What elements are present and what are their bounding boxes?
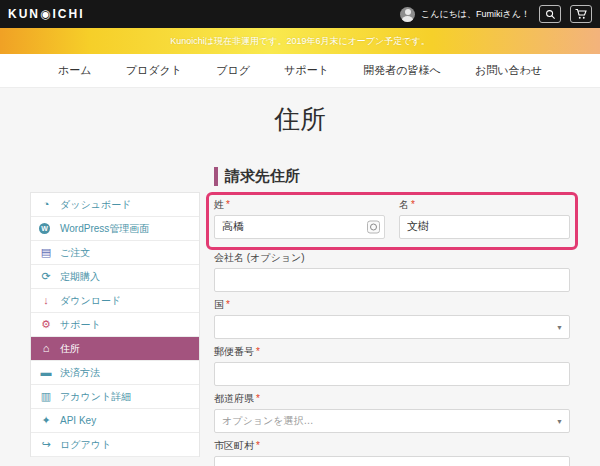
sidebar-item-wp-admin[interactable]: W WordPress管理画面 xyxy=(31,217,199,241)
chevron-down-icon: ▼ xyxy=(556,417,563,424)
sidebar-item-label: ダッシュボード xyxy=(60,198,131,212)
sidebar-item-subscriptions[interactable]: ⟳ 定期購入 xyxy=(31,265,199,289)
last-name-input[interactable] xyxy=(214,215,385,239)
notice-banner: Kunoichiは現在非運用です。2019年6月末にオープン予定です。 xyxy=(0,28,600,54)
state-field-group: 都道府県* オプションを選択… ▼ xyxy=(214,392,570,433)
address-icon: ⌂ xyxy=(39,343,53,354)
company-label: 会社名 (オプション) xyxy=(214,251,570,265)
company-field-group: 会社名 (オプション) xyxy=(214,251,570,292)
required-mark: * xyxy=(411,199,415,210)
country-field-group: 国* ▼ xyxy=(214,298,570,339)
required-mark: * xyxy=(256,393,260,404)
sidebar-item-api-key[interactable]: ✦ API Key xyxy=(31,409,199,433)
country-label: 国* xyxy=(214,298,570,312)
sidebar-item-label: WordPress管理画面 xyxy=(60,222,149,236)
postcode-label: 郵便番号* xyxy=(214,345,570,359)
company-input[interactable] xyxy=(214,268,570,292)
chevron-down-icon: ▼ xyxy=(556,323,563,330)
user-greeting: こんにちは、Fumikiさん！ xyxy=(421,8,530,21)
sidebar-item-logout[interactable]: ↪ ログアウト xyxy=(31,433,199,457)
required-mark: * xyxy=(256,440,260,451)
country-select[interactable]: ▼ xyxy=(214,315,570,339)
sidebar-item-downloads[interactable]: ↓ ダウンロード xyxy=(31,289,199,313)
content-layout: ◔ ダッシュボード W WordPress管理画面 ▤ ご注文 ⟳ 定期購入 ↓… xyxy=(0,167,600,466)
first-name-label: 名* xyxy=(399,198,570,212)
sidebar-item-label: ダウンロード xyxy=(60,294,121,308)
city-label: 市区町村* xyxy=(214,439,570,453)
sidebar-item-dashboard[interactable]: ◔ ダッシュボード xyxy=(31,193,199,217)
last-name-field-group: 姓* xyxy=(214,198,385,239)
password-manager-icon[interactable] xyxy=(367,220,380,233)
nav-item-home[interactable]: ホーム xyxy=(58,63,92,78)
support-gear-icon: ⚙ xyxy=(39,319,53,330)
sidebar-item-label: ご注文 xyxy=(60,246,90,260)
sidebar-item-orders[interactable]: ▤ ご注文 xyxy=(31,241,199,265)
required-mark: * xyxy=(226,199,230,210)
wordpress-icon: W xyxy=(39,223,53,234)
search-button[interactable] xyxy=(539,5,561,23)
sidebar-item-label: 住所 xyxy=(60,342,80,356)
sidebar-item-support[interactable]: ⚙ サポート xyxy=(31,313,199,337)
cart-icon xyxy=(575,8,587,20)
sidebar-item-label: API Key xyxy=(60,415,96,426)
sidebar-item-label: 定期購入 xyxy=(60,270,100,284)
sidebar-item-label: ログアウト xyxy=(60,438,111,452)
credit-card-icon: ▬ xyxy=(39,367,53,378)
downloads-icon: ↓ xyxy=(39,295,53,306)
postcode-field-group: 郵便番号* xyxy=(214,345,570,386)
nav-item-developers[interactable]: 開発者の皆様へ xyxy=(363,63,441,78)
logout-icon: ↪ xyxy=(39,439,53,450)
first-name-field-group: 名* xyxy=(399,198,570,239)
sidebar-item-account-details[interactable]: ▥ アカウント詳細 xyxy=(31,385,199,409)
top-bar: KUN◉ICHI こんにちは、Fumikiさん！ xyxy=(0,0,600,28)
user-avatar xyxy=(400,7,415,22)
required-mark: * xyxy=(226,299,230,310)
postcode-input[interactable] xyxy=(214,362,570,386)
site-logo[interactable]: KUN◉ICHI xyxy=(8,7,84,21)
name-row: 姓* 名* xyxy=(214,198,570,245)
account-sidebar: ◔ ダッシュボード W WordPress管理画面 ▤ ご注文 ⟳ 定期購入 ↓… xyxy=(30,192,200,457)
orders-icon: ▤ xyxy=(39,247,53,258)
id-card-icon: ▥ xyxy=(39,391,53,402)
billing-address-form: 請求先住所 姓* 名* 会社名 (オプション) 国* xyxy=(214,167,570,466)
sidebar-item-payment-methods[interactable]: ▬ 決済方法 xyxy=(31,361,199,385)
city-field-group: 市区町村* xyxy=(214,439,570,466)
cart-button[interactable] xyxy=(570,5,592,23)
page-title: 住所 xyxy=(0,102,600,137)
sidebar-item-addresses[interactable]: ⌂ 住所 xyxy=(31,337,199,361)
search-icon xyxy=(545,9,556,20)
last-name-label: 姓* xyxy=(214,198,385,212)
nav-item-contact[interactable]: お問い合わせ xyxy=(475,63,542,78)
subscriptions-icon: ⟳ xyxy=(39,271,53,282)
state-label: 都道府県* xyxy=(214,392,570,406)
main-nav: ホーム プロダクト ブログ サポート 開発者の皆様へ お問い合わせ xyxy=(0,54,600,88)
required-mark: * xyxy=(256,346,260,357)
sidebar-item-label: 決済方法 xyxy=(60,366,100,380)
sidebar-item-label: サポート xyxy=(60,318,101,332)
city-input[interactable] xyxy=(214,456,570,466)
nav-item-products[interactable]: プロダクト xyxy=(126,63,182,78)
section-title: 請求先住所 xyxy=(214,167,570,186)
sidebar-item-label: アカウント詳細 xyxy=(60,390,131,404)
state-select-placeholder: オプションを選択… xyxy=(222,414,313,428)
state-select[interactable]: オプションを選択… ▼ xyxy=(214,409,570,433)
nav-item-support[interactable]: サポート xyxy=(284,63,329,78)
nav-item-blog[interactable]: ブログ xyxy=(216,63,250,78)
first-name-input[interactable] xyxy=(399,215,570,239)
notice-text: Kunoichiは現在非運用です。2019年6月末にオープン予定です。 xyxy=(170,35,429,48)
dashboard-icon: ◔ xyxy=(39,199,53,210)
key-icon: ✦ xyxy=(39,415,53,426)
